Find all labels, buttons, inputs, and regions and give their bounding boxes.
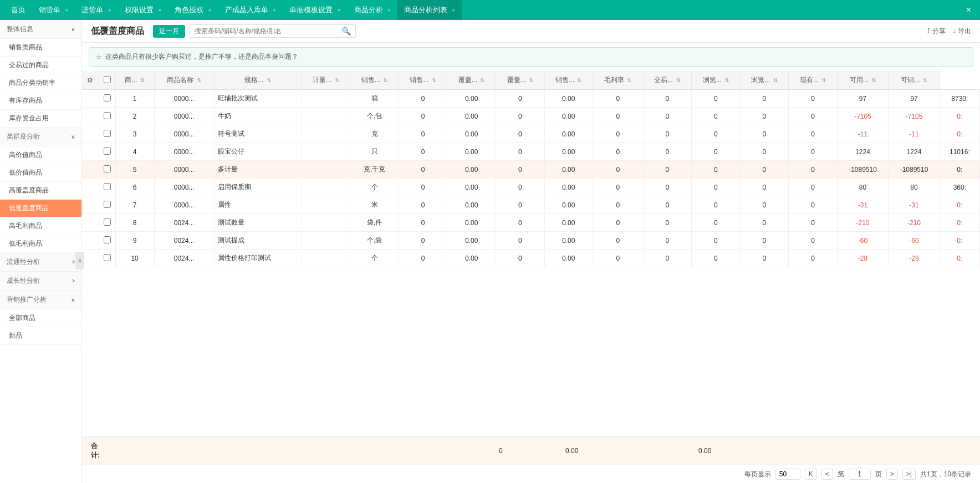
view1-link[interactable]: 0 — [763, 201, 767, 209]
view1-link[interactable]: 0 — [763, 166, 767, 174]
sidebar-item-capital[interactable]: 库存资金占用 — [0, 110, 81, 128]
chevron-right-icon: > — [72, 278, 75, 284]
col-unit[interactable]: 计量... ⇅ — [302, 71, 350, 90]
per-page-select[interactable]: 50 20 100 200 — [775, 469, 800, 480]
col-view1[interactable]: 浏览... ⇅ — [692, 71, 741, 90]
col-sales3[interactable]: 销售... ⇅ — [544, 71, 593, 90]
close-icon[interactable]: × — [452, 0, 455, 20]
row-checkbox[interactable] — [104, 165, 111, 172]
row-checkbox[interactable] — [104, 94, 111, 101]
col-cover1[interactable]: 覆盖... ⇅ — [447, 71, 496, 90]
close-icon[interactable]: × — [158, 0, 161, 20]
chevron-right-icon: > — [72, 259, 75, 265]
sidebar-item-category-rate[interactable]: 商品分类动销率 — [0, 74, 81, 92]
col-spec[interactable]: 规格... ⇅ — [214, 71, 302, 90]
row-checkbox[interactable] — [104, 201, 111, 208]
time-filter-btn[interactable]: 近一月 — [153, 25, 185, 38]
export-btn[interactable]: ↓ 导出 — [952, 27, 971, 36]
view1-link[interactable]: 0 — [763, 148, 767, 156]
first-page-btn[interactable]: K — [805, 469, 817, 480]
row-checkbox[interactable] — [104, 130, 111, 137]
close-icon[interactable]: × — [273, 0, 276, 20]
col-available[interactable]: 可用... ⇅ — [837, 71, 888, 90]
sidebar-item-high-value[interactable]: 高价值商品 — [0, 146, 81, 164]
search-icon[interactable]: 🔍 — [341, 27, 351, 35]
col-trade[interactable]: 交易... ⇅ — [643, 71, 692, 90]
view1-link[interactable]: 0 — [763, 130, 767, 138]
col-cover2[interactable]: 覆盖... ⇅ — [496, 71, 544, 90]
sidebar-item-high-profit[interactable]: 高毛利商品 — [0, 217, 81, 235]
header-actions: ⤴ 分享 ↓ 导出 — [927, 27, 971, 36]
nav-product-stock[interactable]: 产成品入库单 × — [218, 0, 283, 20]
sidebar-section-overall[interactable]: 整体信息 ∨ — [0, 20, 81, 39]
sidebar-item-high-coverage[interactable]: 高覆盖度商品 — [0, 182, 81, 200]
window-close-btn[interactable]: × — [962, 5, 976, 15]
row-checkbox[interactable] — [104, 218, 111, 226]
checkbox-col-header[interactable] — [99, 71, 115, 90]
sidebar-item-low-profit[interactable]: 低毛利商品 — [0, 235, 81, 253]
col-gross-rate[interactable]: 毛利率 ⇅ — [593, 71, 643, 90]
col-current[interactable]: 现有... ⇅ — [789, 71, 838, 90]
view1-link[interactable]: 0 — [763, 219, 767, 227]
row-checkbox[interactable] — [104, 148, 111, 155]
close-icon[interactable]: × — [208, 0, 211, 20]
sidebar-section-circulation[interactable]: 流通性分析 > — [0, 253, 81, 272]
col-name[interactable]: 商品名称 ⇅ — [154, 71, 214, 90]
col-sales-qty[interactable]: 销售... ⇅ — [350, 71, 399, 90]
nav-home[interactable]: 首页 — [4, 0, 32, 20]
table-row: 70000...属性米00.0000.0000000-31-310: — [82, 196, 980, 214]
sidebar-item-all-goods[interactable]: 全部商品 — [0, 309, 81, 327]
share-btn[interactable]: ⤴ 分享 — [927, 27, 946, 36]
col-sales-amt[interactable]: 销售... ⇅ — [399, 71, 447, 90]
page-input[interactable] — [849, 469, 871, 480]
content-header: 低覆盖度商品 近一月 🔍 ⤴ 分享 ↓ 导出 — [82, 20, 980, 43]
select-all-checkbox[interactable] — [104, 76, 111, 83]
row-checkbox[interactable] — [104, 236, 111, 243]
last-page-btn[interactable]: >| — [902, 469, 916, 480]
view1-link[interactable]: 0 — [763, 237, 767, 245]
close-icon[interactable]: × — [65, 0, 68, 20]
close-icon[interactable]: × — [387, 0, 391, 20]
close-icon[interactable]: × — [108, 0, 111, 20]
nav-role-auth[interactable]: 角色授权 × — [168, 0, 218, 20]
sidebar-collapse-btn[interactable]: « — [75, 252, 84, 270]
view1-link[interactable]: 0 — [763, 95, 767, 103]
page-label: 页 — [875, 470, 882, 479]
nav-product-analysis[interactable]: 商品分析 × — [348, 0, 397, 20]
nav-product-analysis-list[interactable]: 商品分析列表 × — [397, 0, 462, 20]
total-sales-qty: 0 — [499, 447, 532, 455]
view1-link[interactable]: 0 — [763, 113, 767, 120]
nav-purchase-order[interactable]: 进货单 × — [75, 0, 118, 20]
sidebar-item-low-value[interactable]: 低价值商品 — [0, 164, 81, 182]
nav-permission[interactable]: 权限设置 × — [118, 0, 168, 20]
info-bar: ☆ 这类商品只有很少客户购买过，是推广不够，还是商品本身问题？ — [89, 47, 973, 67]
info-text: 这类商品只有很少客户购买过，是推广不够，还是商品本身问题？ — [105, 52, 298, 62]
table-container[interactable]: ⚙ 商... ⇅ 商品名称 ⇅ 规格... ⇅ 计量... ⇅ 销售... ⇅ … — [82, 71, 980, 436]
view1-link[interactable]: 0 — [763, 255, 767, 262]
total-values: 0 0.00 0.00 -1095554 -1095554 — [111, 447, 980, 455]
col-view2[interactable]: 浏览... ⇅ — [740, 71, 789, 90]
search-input[interactable] — [195, 27, 339, 35]
view1-link[interactable]: 0 — [763, 184, 767, 191]
sidebar-item-sales-goods[interactable]: 销售类商品 — [0, 39, 81, 57]
sidebar-item-new-goods[interactable]: 新品 — [0, 327, 81, 345]
sidebar-section-growth[interactable]: 成长性分析 > — [0, 272, 81, 291]
sidebar-item-traded-goods[interactable]: 交易过的商品 — [0, 57, 81, 74]
row-checkbox[interactable] — [104, 183, 111, 190]
settings-col-header[interactable]: ⚙ — [82, 71, 99, 90]
nav-template[interactable]: 单据模板设置 × — [283, 0, 347, 20]
row-checkbox[interactable] — [104, 254, 111, 261]
content-body: 低覆盖度商品 近一月 🔍 ⤴ 分享 ↓ 导出 ☆ 这类商品只有很少客户购买过，是 — [82, 20, 980, 483]
row-checkbox[interactable] — [104, 112, 111, 119]
prev-page-btn[interactable]: < — [821, 469, 833, 480]
nav-sales-order[interactable]: 销货单 × — [32, 0, 75, 20]
sidebar-item-low-coverage[interactable]: 低覆盖度商品 — [0, 200, 81, 217]
col-code[interactable]: 商... ⇅ — [115, 71, 154, 90]
col-saleable[interactable]: 可销... ⇅ — [889, 71, 940, 90]
close-icon[interactable]: × — [337, 0, 340, 20]
sidebar-item-in-stock[interactable]: 有库存商品 — [0, 92, 81, 110]
table-row: 30000...符号测试克00.0000.0000000-11-110: — [82, 125, 980, 143]
next-page-btn[interactable]: > — [886, 469, 898, 480]
sidebar-section-marketing[interactable]: 营销推广分析 ∨ — [0, 291, 81, 309]
sidebar-section-cluster[interactable]: 类群度分析 ∨ — [0, 128, 81, 146]
